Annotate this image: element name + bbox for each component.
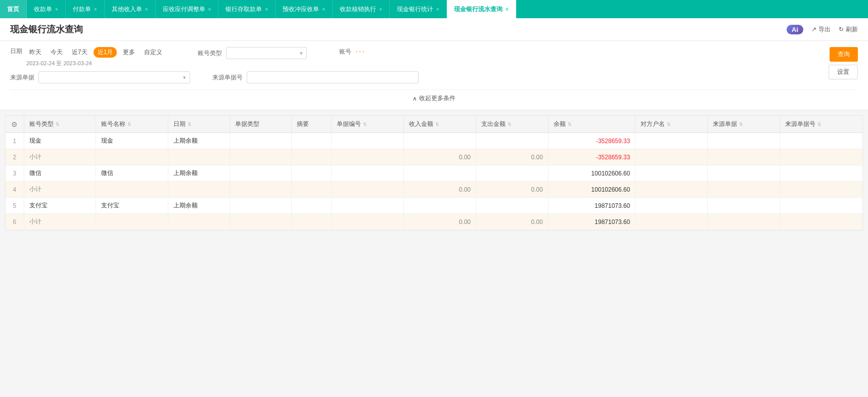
date-btn-custom[interactable]: 自定义 [141,47,165,58]
row-number: 1 [6,133,24,149]
sort-icon: ⇅ [739,122,743,127]
cell-doc-no [332,182,404,198]
close-icon[interactable]: × [506,7,509,12]
cell-counterpart [635,133,708,149]
cell-source-doc [708,198,780,214]
date-btn-today[interactable]: 今天 [48,47,66,58]
nav-tab-fukuan[interactable]: 付款单 × [66,0,105,18]
table-body: 1 现金 现金 上期余额 -3528659.33 2 小计 0.00 0.00 … [6,133,862,230]
cell-account-name: 现金 [96,133,168,149]
row-number: 6 [6,214,24,230]
nav-tab-liushui[interactable]: 现金银行流水查询 × [447,0,516,18]
source-doc-no-input[interactable] [247,71,419,83]
cell-source-doc-no [780,214,862,230]
nav-tab-shoudan[interactable]: 收款单 × [27,0,66,18]
nav-tab-hexiao[interactable]: 收款核销执行 × [333,0,390,18]
cell-doc-type [230,149,292,165]
cell-doc-type [230,198,292,214]
account-label: 账号 [339,48,351,56]
close-icon[interactable]: × [379,7,382,12]
cell-summary [291,133,331,149]
cell-doc-type [230,133,292,149]
col-balance[interactable]: 余额⇅ [548,116,635,133]
cell-summary [291,149,331,165]
close-icon[interactable]: × [436,7,439,12]
col-date[interactable]: 日期⇅ [168,116,230,133]
refresh-button[interactable]: ↻ 刷新 [839,25,858,34]
nav-tab-yushou[interactable]: 预收冲应收单 × [276,0,333,18]
date-btn-7days[interactable]: 近7天 [69,47,90,58]
cell-source-doc-no [780,198,862,214]
cell-balance: 19871073.60 [548,198,635,214]
table-row: 2 小计 0.00 0.00 -3528659.33 [6,149,862,165]
table-row: 6 小计 0.00 0.00 19871073.60 [6,214,862,230]
cell-expense: 0.00 [476,182,548,198]
source-doc-select[interactable] [38,71,190,83]
col-account-type[interactable]: 账号类型⇅ [24,116,96,133]
nav-home[interactable]: 首页 [0,0,27,18]
cell-income [404,133,476,149]
cell-expense: 0.00 [476,214,548,230]
close-icon[interactable]: × [55,7,58,12]
page-title: 现金银行流水查询 [10,23,83,35]
nav-tab-tongji[interactable]: 现金银行统计 × [390,0,447,18]
cell-account-name [96,214,168,230]
gear-icon[interactable]: ⚙ [11,120,18,128]
close-icon[interactable]: × [145,7,148,12]
filter-divider [10,90,858,90]
col-doc-type[interactable]: 单据类型 [230,116,292,133]
date-btn-1month[interactable]: 近1月 [94,47,117,58]
col-income[interactable]: 收入金额⇅ [404,116,476,133]
settings-button[interactable]: 设置 [829,65,858,79]
date-range: 2023-02-24 至 2023-03-24 [26,60,165,67]
cell-doc-no [332,198,404,214]
nav-tab-qita[interactable]: 其他收入单 × [105,0,156,18]
export-icon: ↗ [811,26,816,33]
row-number: 5 [6,198,24,214]
cell-expense [476,133,548,149]
close-icon[interactable]: × [208,7,211,12]
cell-source-doc [708,165,780,182]
nav-tab-tiaozheng[interactable]: 应收应付调整单 × [156,0,219,18]
cell-expense [476,198,548,214]
date-shortcuts: 昨天 今天 近7天 近1月 更多 自定义 [26,47,165,58]
query-button[interactable]: 查询 [830,47,858,62]
cell-account-name: 微信 [96,165,168,182]
collapse-filters-button[interactable]: ∧ 收起更多条件 [10,92,858,104]
sort-icon: ⇅ [508,122,512,127]
cell-doc-no [332,149,404,165]
account-dots[interactable]: ··· [355,47,365,56]
ai-badge[interactable]: Ai [787,25,803,34]
col-account-name[interactable]: 账号名称⇅ [96,116,168,133]
export-button[interactable]: ↗ 导出 [811,25,831,34]
col-expense[interactable]: 支出金额⇅ [476,116,548,133]
cell-account-type: 支付宝 [24,198,96,214]
data-table: ⚙ 账号类型⇅ 账号名称⇅ 日期⇅ 单据类型 摘要 单据编号⇅ [6,116,862,230]
account-type-select[interactable]: 现金 微信 支付宝 [226,47,307,59]
cell-balance: 100102606.60 [548,182,635,198]
col-gear[interactable]: ⚙ [6,116,24,133]
col-summary[interactable]: 摘要 [291,116,331,133]
table-row: 4 小计 0.00 0.00 100102606.60 [6,182,862,198]
close-icon[interactable]: × [94,7,97,12]
cell-expense [476,165,548,182]
col-source-doc[interactable]: 来源单据⇅ [708,116,780,133]
cell-account-type: 小计 [24,182,96,198]
cell-source-doc [708,214,780,230]
close-icon[interactable]: × [322,7,325,12]
row-number: 2 [6,149,24,165]
cell-counterpart [635,165,708,182]
cell-balance: 100102606.60 [548,165,635,182]
sort-icon: ⇅ [667,122,671,127]
date-btn-more[interactable]: 更多 [120,47,138,58]
cell-doc-no [332,165,404,182]
cell-account-name: 支付宝 [96,198,168,214]
sort-icon: ⇅ [56,122,60,127]
col-counterpart[interactable]: 对方户名⇅ [635,116,708,133]
col-doc-no[interactable]: 单据编号⇅ [332,116,404,133]
cell-counterpart [635,214,708,230]
col-source-doc-no[interactable]: 来源单据号⇅ [780,116,862,133]
nav-tab-yinhang[interactable]: 银行存取款单 × [218,0,276,18]
date-btn-yesterday[interactable]: 昨天 [26,47,44,58]
close-icon[interactable]: × [265,7,268,12]
